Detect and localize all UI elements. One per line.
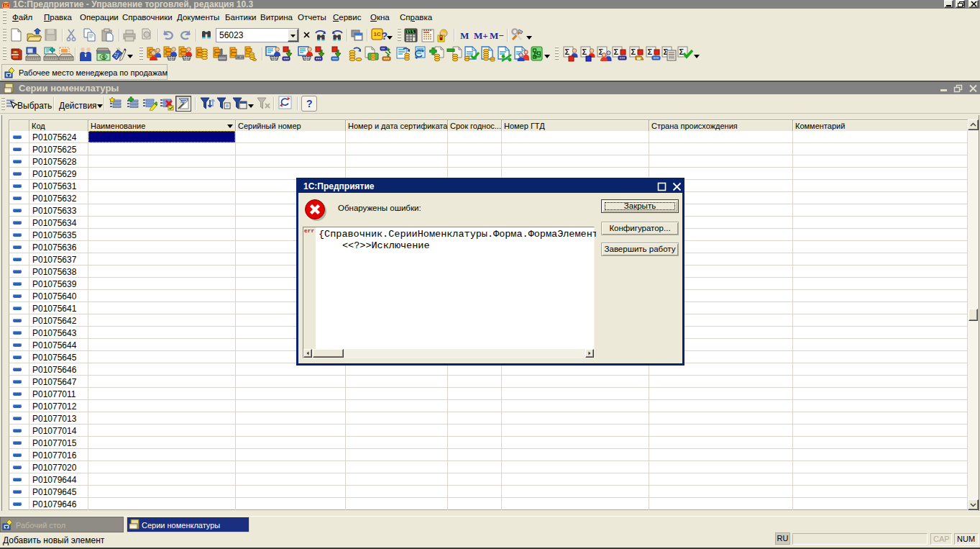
svg-text:Σ: Σ [614,47,619,56]
svg-text:Σ: Σ [582,47,587,56]
svg-text:Σ: Σ [631,47,636,56]
svg-text:Σ: Σ [565,47,570,56]
svg-text:1C: 1C [374,31,381,37]
svg-text:1C: 1C [4,4,9,8]
svg-text:$: $ [102,54,106,61]
svg-text:Σ: Σ [648,47,653,56]
svg-text:Σ: Σ [679,47,684,56]
